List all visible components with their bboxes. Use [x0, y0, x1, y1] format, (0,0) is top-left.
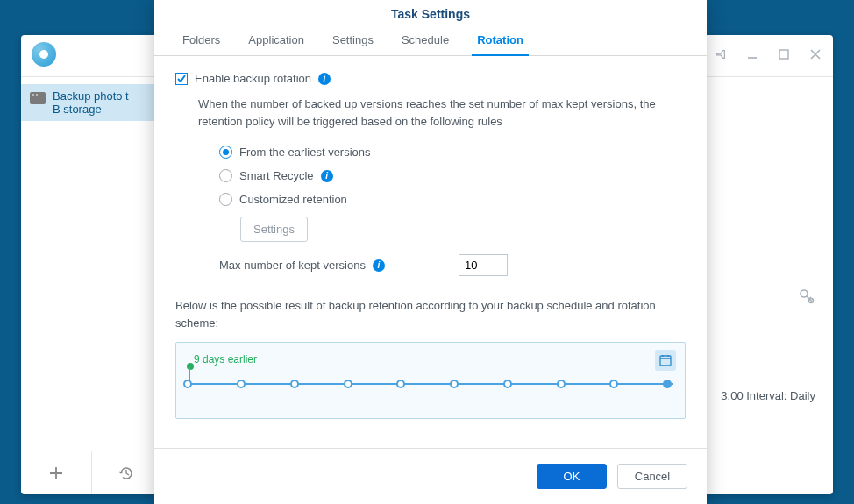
- sidebar-task-label: Backup photo t B storage: [53, 89, 129, 116]
- ok-button[interactable]: OK: [537, 464, 607, 489]
- timeline-start-dot: [187, 363, 194, 370]
- radio-smart-recycle-label: Smart Recycle: [239, 169, 314, 182]
- tabs: Folders Application Settings Schedule Ro…: [154, 28, 707, 56]
- timeline-point: [290, 380, 299, 388]
- history-button[interactable]: [92, 451, 162, 494]
- maximize-icon[interactable]: [773, 44, 794, 65]
- dialog-footer: OK Cancel: [154, 448, 707, 504]
- cancel-button[interactable]: Cancel: [617, 464, 687, 489]
- timeline-track: [189, 383, 673, 385]
- close-icon[interactable]: [805, 44, 826, 65]
- radio-from-earliest[interactable]: [219, 146, 232, 159]
- task-settings-dialog: Task Settings Folders Application Settin…: [154, 0, 707, 504]
- key-icon[interactable]: [798, 287, 815, 308]
- svg-point-2: [801, 290, 808, 297]
- pin-icon[interactable]: [710, 44, 731, 65]
- timeline-point: [344, 380, 352, 388]
- server-icon: [30, 92, 46, 104]
- radio-from-earliest-label: From the earliest versions: [239, 146, 371, 159]
- timeline-point: [503, 380, 512, 388]
- sidebar-task-item[interactable]: Backup photo t B storage: [21, 84, 160, 121]
- timeline-point: [396, 380, 405, 388]
- info-icon[interactable]: i: [373, 259, 385, 272]
- tab-settings[interactable]: Settings: [329, 28, 377, 55]
- retention-settings-button: Settings: [240, 217, 308, 242]
- enable-rotation-checkbox[interactable]: [175, 73, 188, 85]
- app-logo-icon: [32, 42, 56, 67]
- timeline-marker-label: 9 days earlier: [194, 353, 678, 366]
- preview-description: Below is the possible result of backup r…: [175, 276, 686, 331]
- sidebar: Backup photo t B storage: [21, 77, 161, 451]
- timeline-point: [663, 380, 672, 388]
- schedule-summary: 3:00 Interval: Daily: [721, 389, 815, 402]
- tab-folders[interactable]: Folders: [179, 28, 224, 55]
- timeline-point: [237, 380, 246, 388]
- check-icon: [176, 74, 187, 84]
- info-icon[interactable]: i: [321, 170, 333, 182]
- timeline-point: [609, 380, 618, 388]
- retention-timeline: 9 days earlier: [175, 342, 686, 419]
- tab-rotation[interactable]: Rotation: [473, 28, 527, 55]
- history-icon: [118, 465, 134, 481]
- add-task-button[interactable]: [21, 451, 92, 494]
- timeline-point: [557, 380, 566, 388]
- rotation-description: When the number of backed up versions re…: [175, 85, 686, 140]
- radio-customized-label: Customized retention: [239, 193, 347, 206]
- tab-application[interactable]: Application: [245, 28, 308, 55]
- plus-icon: [48, 465, 64, 481]
- timeline-point: [450, 380, 459, 388]
- max-versions-label: Max number of kept versions: [219, 259, 366, 272]
- tab-schedule[interactable]: Schedule: [398, 28, 452, 55]
- minimize-icon[interactable]: [742, 44, 763, 65]
- svg-rect-1: [779, 50, 788, 59]
- radio-smart-recycle[interactable]: [219, 169, 232, 182]
- max-versions-input[interactable]: [459, 254, 508, 276]
- timeline-point: [183, 380, 192, 388]
- radio-customized[interactable]: [219, 193, 232, 206]
- dialog-title: Task Settings: [154, 0, 707, 28]
- info-icon[interactable]: i: [318, 73, 331, 85]
- enable-rotation-label: Enable backup rotation: [195, 72, 311, 85]
